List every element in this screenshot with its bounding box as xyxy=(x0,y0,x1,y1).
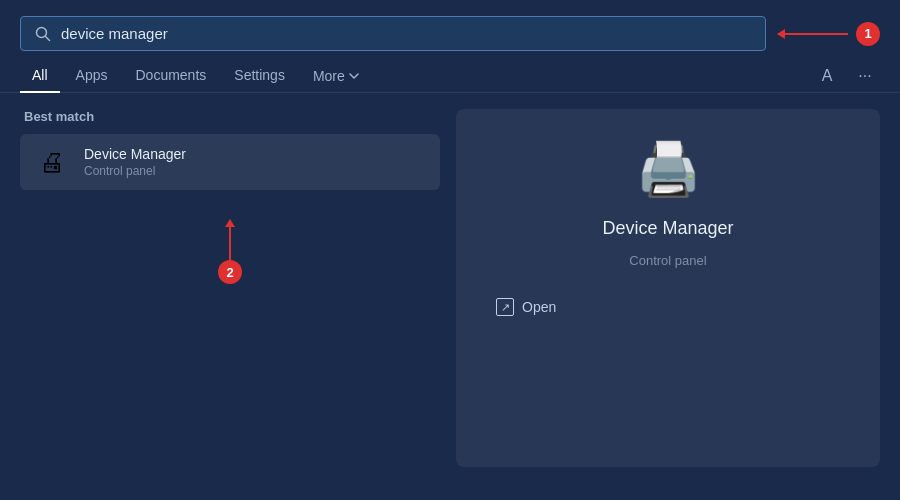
detail-panel: 🖨️ Device Manager Control panel Open xyxy=(456,109,880,467)
detail-panel-icon: 🖨️ xyxy=(636,139,701,200)
tabs-bar: All Apps Documents Settings More A ··· xyxy=(0,51,900,93)
annotation-badge-1: 1 xyxy=(856,22,880,46)
detail-panel-subtitle: Control panel xyxy=(629,253,706,268)
annotation-2-container: 2 xyxy=(20,220,440,284)
search-bar[interactable] xyxy=(20,16,766,51)
chevron-down-icon xyxy=(348,70,360,82)
svg-line-1 xyxy=(46,36,50,40)
device-manager-result-icon xyxy=(34,144,70,180)
left-panel: Best match Device Manager Control panel … xyxy=(20,109,440,467)
search-container: 1 xyxy=(0,0,900,51)
annotation-2-arrow: 2 xyxy=(218,220,242,284)
tabs-right: A ··· xyxy=(812,61,880,91)
tab-more[interactable]: More xyxy=(301,60,372,92)
result-text: Device Manager Control panel xyxy=(84,146,186,178)
a-button[interactable]: A xyxy=(812,61,842,91)
detail-panel-title: Device Manager xyxy=(602,218,733,239)
dots-menu-button[interactable]: ··· xyxy=(850,61,880,91)
open-button[interactable]: Open xyxy=(486,292,566,322)
open-label: Open xyxy=(522,299,556,315)
result-item-device-manager[interactable]: Device Manager Control panel xyxy=(20,134,440,190)
tab-settings[interactable]: Settings xyxy=(222,59,297,93)
tab-all[interactable]: All xyxy=(20,59,60,93)
tab-apps[interactable]: Apps xyxy=(64,59,120,93)
search-input[interactable] xyxy=(61,25,751,42)
annotation-1-arrow xyxy=(778,33,848,35)
content-area: Best match Device Manager Control panel … xyxy=(0,93,900,483)
search-icon xyxy=(35,26,51,42)
best-match-label: Best match xyxy=(20,109,440,124)
result-subtitle: Control panel xyxy=(84,164,186,178)
open-external-icon xyxy=(496,298,514,316)
result-title: Device Manager xyxy=(84,146,186,162)
annotation-badge-2: 2 xyxy=(218,260,242,284)
tab-documents[interactable]: Documents xyxy=(123,59,218,93)
annotation-1-wrapper: 1 xyxy=(778,22,880,46)
